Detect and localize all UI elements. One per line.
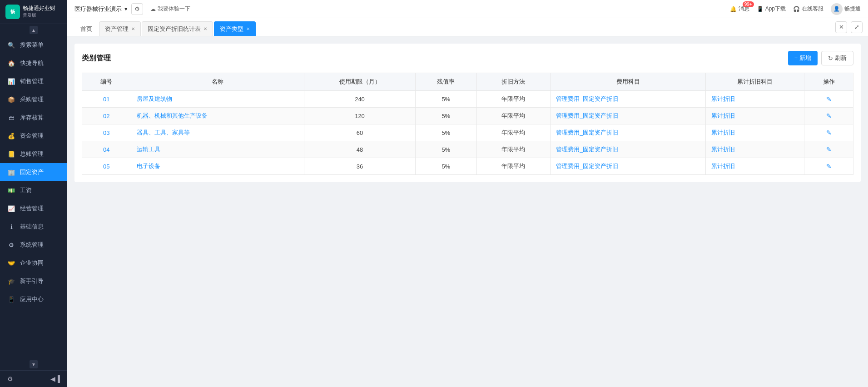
collapse-icon[interactable]: ◀▐ <box>50 375 60 382</box>
tab-depreciation[interactable]: 固定资产折旧统计表 ✕ <box>142 21 213 36</box>
cell-name-5: 电子设备 <box>131 158 304 175</box>
edit-icon[interactable]: ✎ <box>826 146 832 153</box>
cell-expense-5: 管理费用_固定资产折旧 <box>551 158 706 175</box>
system-icon: ⚙ <box>7 241 15 249</box>
app-download-button[interactable]: 📱 App下载 <box>757 5 786 13</box>
tabs-bar: 首页 资产管理 ✕ 固定资产折旧统计表 ✕ 资产类型 ✕ ✕ ⤢ <box>67 18 868 36</box>
inventory-icon: 🗃 <box>7 114 15 122</box>
app-download-label: App下载 <box>765 5 786 13</box>
sidebar-item-label: 基础信息 <box>20 223 44 231</box>
sidebar-item-label: 快捷导航 <box>20 59 44 67</box>
sidebar-item-fixed-assets[interactable]: 🏢 固定资产 <box>0 163 67 181</box>
sidebar-item-quick-nav[interactable]: 🏠 快捷导航 <box>0 54 67 72</box>
settings-icon[interactable]: ⚙ <box>7 375 13 382</box>
sidebar-item-label: 资金管理 <box>20 132 44 140</box>
cell-residual-3: 5% <box>415 124 476 141</box>
user-name: 畅捷通 <box>844 5 861 13</box>
page-header-actions: + 新增 ↻ 刷新 <box>788 51 853 65</box>
sidebar-item-label: 企业协同 <box>20 259 44 267</box>
edit-icon[interactable]: ✎ <box>826 129 832 136</box>
app-logo-icon: 畅 <box>5 5 20 19</box>
experience-button[interactable]: ☁ 我要体验一下 <box>147 3 194 15</box>
page-header: 类别管理 + 新增 ↻ 刷新 <box>82 51 853 65</box>
refresh-button[interactable]: ↻ 刷新 <box>821 51 853 65</box>
sidebar-footer: ⚙ ◀▐ <box>0 370 67 387</box>
bell-icon: 🔔 <box>730 6 737 12</box>
sidebar-item-search[interactable]: 🔍 搜索菜单 <box>0 36 67 54</box>
cell-name-2: 机器、机械和其他生产设备 <box>131 108 304 124</box>
sidebar-item-system[interactable]: ⚙ 系统管理 <box>0 236 67 254</box>
edit-icon[interactable]: ✎ <box>826 112 832 119</box>
cloud-icon: ☁ <box>150 6 156 12</box>
tab-depreciation-label: 固定资产折旧统计表 <box>148 25 201 33</box>
refresh-icon: ↻ <box>828 55 833 62</box>
cell-action-4[interactable]: ✎ <box>804 141 853 158</box>
enterprise-icon: 🤝 <box>7 259 15 267</box>
sidebar-item-inventory[interactable]: 🗃 库存核算 <box>0 109 67 127</box>
main-area: 医疗器械行业演示 ▾ ⚙ ☁ 我要体验一下 🔔 99+ 消息 📱 App下载 <box>67 0 868 387</box>
edit-icon[interactable]: ✎ <box>826 163 832 170</box>
page-title: 类别管理 <box>82 54 111 63</box>
cell-method-2: 年限平均 <box>476 108 550 124</box>
fixed-assets-icon: 🏢 <box>7 168 15 176</box>
cell-action-5[interactable]: ✎ <box>804 158 853 175</box>
tab-asset-type[interactable]: 资产类型 ✕ <box>214 21 256 36</box>
company-selector[interactable]: 医疗器械行业演示 ▾ <box>74 5 128 13</box>
cell-period-4: 48 <box>304 141 416 158</box>
online-service-button[interactable]: 🎧 在线客服 <box>793 5 823 13</box>
sidebar-item-payroll[interactable]: 💵 工资 <box>0 181 67 199</box>
topbar-right: 🔔 99+ 消息 📱 App下载 🎧 在线客服 👤 畅捷通 <box>730 3 861 15</box>
table-row: 02 机器、机械和其他生产设备 120 5% 年限平均 管理费用_固定资产折旧 … <box>82 108 853 124</box>
headset-icon: 🎧 <box>793 6 800 12</box>
col-name: 名称 <box>131 73 304 91</box>
user-icon: 👤 <box>833 6 840 12</box>
cell-residual-5: 5% <box>415 158 476 175</box>
sidebar-item-label: 新手引导 <box>20 277 44 285</box>
tab-asset-mgmt-close[interactable]: ✕ <box>131 26 135 31</box>
cell-action-2[interactable]: ✎ <box>804 108 853 124</box>
basic-info-icon: ℹ <box>7 223 15 231</box>
sidebar-item-basic-info[interactable]: ℹ 基础信息 <box>0 218 67 236</box>
expand-tab-button[interactable]: ⤢ <box>851 21 863 33</box>
sidebar-item-label: 工资 <box>20 186 32 194</box>
close-tab-button[interactable]: ✕ <box>835 21 847 33</box>
user-profile-button[interactable]: 👤 畅捷通 <box>831 3 861 15</box>
cell-residual-4: 5% <box>415 141 476 158</box>
cell-accumulated-5: 累计折旧 <box>706 158 804 175</box>
notifications-button[interactable]: 🔔 99+ 消息 <box>730 5 749 13</box>
cell-accumulated-1: 累计折旧 <box>706 91 804 108</box>
tab-depreciation-close[interactable]: ✕ <box>203 26 207 31</box>
sidebar-item-sales[interactable]: 📊 销售管理 <box>0 72 67 90</box>
cell-expense-1: 管理费用_固定资产折旧 <box>551 91 706 108</box>
cell-name-1: 房屋及建筑物 <box>131 91 304 108</box>
sidebar-item-business[interactable]: 📈 经营管理 <box>0 199 67 218</box>
sidebar-item-guide[interactable]: 🎓 新手引导 <box>0 272 67 290</box>
sidebar-item-app-center[interactable]: 📱 应用中心 <box>0 290 67 308</box>
tab-asset-type-close[interactable]: ✕ <box>246 26 250 31</box>
phone-icon: 📱 <box>757 6 764 12</box>
tab-asset-mgmt-label: 资产管理 <box>105 25 129 33</box>
topbar-settings-button[interactable]: ⚙ <box>131 3 143 15</box>
cell-expense-4: 管理费用_固定资产折旧 <box>551 141 706 158</box>
cell-method-4: 年限平均 <box>476 141 550 158</box>
sidebar-item-capital[interactable]: 💰 资金管理 <box>0 127 67 145</box>
edit-icon[interactable]: ✎ <box>826 95 832 103</box>
cell-residual-1: 5% <box>415 91 476 108</box>
cell-action-3[interactable]: ✎ <box>804 124 853 141</box>
sidebar-scroll-up[interactable]: ▲ <box>30 26 38 34</box>
cell-expense-2: 管理费用_固定资产折旧 <box>551 108 706 124</box>
sidebar-scroll-down[interactable]: ▼ <box>30 360 38 368</box>
cell-code-1: 01 <box>82 91 131 108</box>
sidebar-item-purchase[interactable]: 📦 采购管理 <box>0 90 67 109</box>
guide-icon: 🎓 <box>7 277 15 285</box>
sidebar-item-ledger[interactable]: 📒 总账管理 <box>0 145 67 163</box>
cell-action-1[interactable]: ✎ <box>804 91 853 108</box>
tab-home[interactable]: 首页 <box>74 21 98 36</box>
app-center-icon: 📱 <box>7 295 15 303</box>
cell-name-4: 运输工具 <box>131 141 304 158</box>
col-accumulated: 累计折旧科目 <box>706 73 804 91</box>
tab-asset-mgmt[interactable]: 资产管理 ✕ <box>99 21 141 36</box>
new-button[interactable]: + 新增 <box>788 51 818 65</box>
sidebar-item-enterprise[interactable]: 🤝 企业协同 <box>0 254 67 272</box>
sidebar-nav: 🔍 搜索菜单 🏠 快捷导航 📊 销售管理 📦 采购管理 🗃 库存核算 💰 资金管… <box>0 36 67 358</box>
